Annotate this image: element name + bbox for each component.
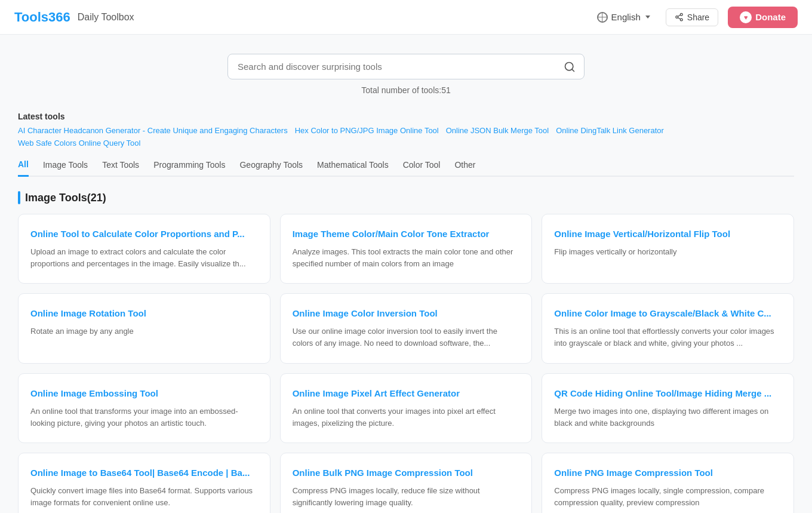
latest-link-1[interactable]: AI Character Headcanon Generator - Creat… xyxy=(18,126,288,135)
svg-line-4 xyxy=(678,15,680,16)
search-input[interactable] xyxy=(228,54,555,79)
donate-label: Donate xyxy=(755,12,786,22)
tool-card-title-4: Online Image Color Inversion Tool xyxy=(293,307,520,320)
tab-text-tools[interactable]: Text Tools xyxy=(102,160,139,177)
tool-card-title-2: Online Image Vertical/Horizontal Flip To… xyxy=(554,228,782,240)
header: Tools366 Daily Toolbox English Share ♥ D… xyxy=(0,0,812,35)
tool-card-title-8: QR Code Hiding Online Tool/Image Hiding … xyxy=(554,387,782,400)
latest-tools-links: AI Character Headcanon Generator - Creat… xyxy=(18,126,794,148)
ko-fi-icon: ♥ xyxy=(740,11,752,23)
latest-link-2[interactable]: Hex Color to PNG/JPG Image Online Tool xyxy=(295,126,439,135)
tool-card-desc-2: Flip images vertically or horizontally xyxy=(554,246,782,258)
latest-tools-section: Latest tools AI Character Headcanon Gene… xyxy=(18,112,794,148)
daily-toolbox-label: Daily Toolbox xyxy=(78,12,134,23)
search-box xyxy=(227,54,585,79)
tool-card-title-11: Online PNG Image Compression Tool xyxy=(554,466,782,479)
tool-card-desc-6: An online tool that transforms your imag… xyxy=(30,406,258,429)
tool-card-title-1: Image Theme Color/Main Color Tone Extrac… xyxy=(293,228,520,240)
chevron-down-icon xyxy=(645,16,650,19)
tab-image-tools[interactable]: Image Tools xyxy=(43,160,88,177)
tool-card-desc-0: Upload an image to extract colors and ca… xyxy=(30,246,258,270)
tool-card-3[interactable]: Online Image Rotation Tool Rotate an ima… xyxy=(18,293,270,363)
tool-card-desc-11: Compress PNG images locally, single comp… xyxy=(554,485,782,509)
header-actions: English Share ♥ Donate xyxy=(591,7,798,28)
tool-card-title-0: Online Tool to Calculate Color Proportio… xyxy=(30,228,258,240)
tool-card-desc-9: Quickly convert image files into Base64 … xyxy=(30,485,258,509)
main-content: Total number of tools:51 Latest tools AI… xyxy=(6,35,806,513)
globe-icon xyxy=(597,12,608,23)
tool-card-desc-5: This is an online tool that effortlessly… xyxy=(554,325,782,349)
share-label: Share xyxy=(687,13,709,22)
tool-card-desc-4: Use our online image color inversion too… xyxy=(293,325,520,349)
tool-grid: Online Tool to Calculate Color Proportio… xyxy=(18,214,794,513)
language-button[interactable]: English xyxy=(591,8,656,26)
share-button[interactable]: Share xyxy=(666,8,718,26)
share-icon xyxy=(675,13,684,21)
tool-card-4[interactable]: Online Image Color Inversion Tool Use ou… xyxy=(280,293,533,363)
tool-card-0[interactable]: Online Tool to Calculate Color Proportio… xyxy=(18,214,270,284)
tool-card-title-9: Online Image to Base64 Tool| Base64 Enco… xyxy=(30,466,258,479)
tool-card-7[interactable]: Online Image Pixel Art Effect Generator … xyxy=(280,373,533,443)
tab-all[interactable]: All xyxy=(18,159,29,177)
tab-programming-tools[interactable]: Programming Tools xyxy=(153,160,225,177)
tool-card-title-6: Online Image Embossing Tool xyxy=(30,387,258,400)
image-tools-section-header: Image Tools(21) xyxy=(18,191,794,204)
tool-card-11[interactable]: Online PNG Image Compression Tool Compre… xyxy=(542,453,794,513)
tab-geography-tools[interactable]: Geography Tools xyxy=(239,160,303,177)
search-button[interactable] xyxy=(555,55,584,79)
tool-card-5[interactable]: Online Color Image to Grayscale/Black & … xyxy=(542,293,794,363)
tool-card-6[interactable]: Online Image Embossing Tool An online to… xyxy=(18,373,270,443)
tool-card-2[interactable]: Online Image Vertical/Horizontal Flip To… xyxy=(542,214,794,284)
language-label: English xyxy=(611,12,641,22)
tool-card-desc-1: Analyze images. This tool extracts the m… xyxy=(293,246,520,270)
tab-other[interactable]: Other xyxy=(454,160,475,177)
search-section: Total number of tools:51 xyxy=(18,54,794,95)
tab-color-tool[interactable]: Color Tool xyxy=(403,160,441,177)
image-tools-title: Image Tools(21) xyxy=(25,192,106,204)
tab-mathematical-tools[interactable]: Mathematical Tools xyxy=(317,160,389,177)
tool-card-title-7: Online Image Pixel Art Effect Generator xyxy=(293,387,520,400)
tool-card-9[interactable]: Online Image to Base64 Tool| Base64 Enco… xyxy=(18,453,270,513)
logo-link[interactable]: Tools366 Daily Toolbox xyxy=(14,10,134,25)
tool-card-title-10: Online Bulk PNG Image Compression Tool xyxy=(293,466,520,479)
section-accent-bar xyxy=(18,191,20,204)
tool-card-desc-3: Rotate an image by any angle xyxy=(30,325,258,337)
tool-card-title-3: Online Image Rotation Tool xyxy=(30,307,258,320)
filter-tabs: All Image Tools Text Tools Programming T… xyxy=(18,159,794,177)
latest-tools-label: Latest tools xyxy=(18,112,794,121)
tool-card-desc-10: Compress PNG images locally, reduce file… xyxy=(293,485,520,509)
latest-link-3[interactable]: Online JSON Bulk Merge Tool xyxy=(446,126,549,135)
donate-button[interactable]: ♥ Donate xyxy=(728,7,798,28)
search-icon xyxy=(564,61,576,73)
svg-line-3 xyxy=(678,17,680,19)
logo-text: Tools366 xyxy=(14,10,70,25)
tools-count: Total number of tools:51 xyxy=(361,85,450,95)
svg-line-6 xyxy=(572,69,574,71)
tool-card-10[interactable]: Online Bulk PNG Image Compression Tool C… xyxy=(280,453,533,513)
tool-card-desc-8: Merge two images into one, displaying tw… xyxy=(554,406,782,429)
tool-card-8[interactable]: QR Code Hiding Online Tool/Image Hiding … xyxy=(542,373,794,443)
tool-card-1[interactable]: Image Theme Color/Main Color Tone Extrac… xyxy=(280,214,533,284)
latest-link-5[interactable]: Web Safe Colors Online Query Tool xyxy=(18,139,140,148)
latest-link-4[interactable]: Online DingTalk Link Generator xyxy=(556,126,664,135)
tool-card-desc-7: An online tool that converts your images… xyxy=(293,406,520,429)
tool-card-title-5: Online Color Image to Grayscale/Black & … xyxy=(554,307,782,320)
